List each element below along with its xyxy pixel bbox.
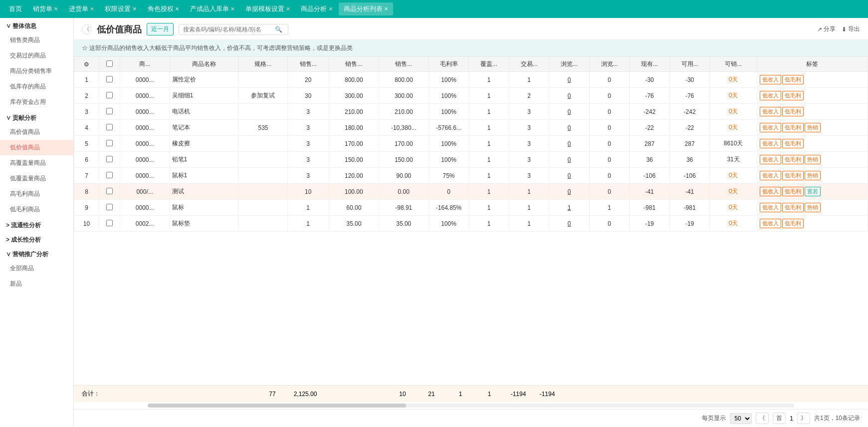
th-view-count: 浏览... — [589, 57, 630, 72]
table-footer: 合计： 77 2,125.00 10 21 1 1 -1194 -1 — [74, 385, 868, 402]
row-checkbox[interactable] — [106, 204, 113, 210]
row-check[interactable] — [99, 200, 120, 216]
nav-analysis-list[interactable]: 商品分析列表 × — [339, 2, 393, 15]
page-size-select[interactable]: 50 — [730, 413, 752, 424]
sidebar-item-stock-capital[interactable]: 库存资金占用 — [0, 94, 73, 110]
sidebar-item-all-goods[interactable]: 全部商品 — [0, 261, 73, 276]
nav-analysis[interactable]: 商品分析 × — [296, 2, 337, 15]
row-check[interactable] — [99, 72, 120, 88]
row-view1[interactable]: 0 — [549, 216, 590, 232]
tag-label: 热销 — [805, 171, 821, 180]
nav-templates[interactable]: 单据模板设置 × — [240, 2, 295, 15]
nav-permissions[interactable]: 权限设置 × — [100, 2, 141, 15]
app-root: 首页 销货单 × 进货单 × 权限设置 × 角色授权 × 产成品入库单 × 单据… — [0, 0, 868, 427]
row-view1[interactable]: 0 — [549, 152, 590, 168]
select-all-checkbox[interactable] — [106, 60, 113, 67]
scrollbar-thumb[interactable] — [148, 404, 406, 408]
info-banner: ☆ 这部分商品的销售收入大幅低于商品平均销售收入，价值不高，可考虑调整营销策略，… — [74, 40, 868, 56]
sidebar-group-growth[interactable]: > 成长性分析 — [0, 232, 73, 246]
row-checkbox[interactable] — [106, 92, 113, 98]
nav-home[interactable]: 首页 — [4, 2, 27, 15]
row-view1[interactable]: 1 — [549, 200, 590, 216]
row-check[interactable] — [99, 120, 120, 136]
first-page-btn[interactable]: 《 — [756, 413, 769, 424]
row-tags: 低收入低毛利 — [757, 104, 868, 120]
sidebar-item-category-rate[interactable]: 商品分类销售率 — [0, 63, 73, 79]
nav-purchase[interactable]: 进货单 × — [64, 2, 99, 15]
row-view1[interactable]: 0 — [549, 104, 590, 120]
row-code: 0000... — [120, 136, 170, 152]
horizontal-scrollbar[interactable] — [148, 404, 794, 408]
tag-label: 低毛利 — [782, 75, 804, 84]
nav-sales[interactable]: 销货单 × — [28, 2, 63, 15]
row-num: 6 — [74, 152, 99, 168]
th-settings[interactable]: ⚙ — [74, 57, 99, 72]
row-spec — [239, 104, 287, 120]
sidebar-item-low-gross[interactable]: 低毛利商品 — [0, 202, 73, 217]
row-spec — [239, 216, 287, 232]
row-view1[interactable]: 0 — [549, 88, 590, 104]
row-checkbox[interactable] — [106, 124, 113, 130]
sidebar-item-low-value[interactable]: 低价值商品 — [0, 140, 73, 155]
row-check[interactable] — [99, 216, 120, 232]
row-view1[interactable]: 0 — [549, 184, 590, 200]
sidebar-group-contribution: ∨ 贡献分析 — [0, 110, 73, 124]
search-input[interactable] — [183, 26, 273, 33]
row-view2: 0 — [589, 216, 630, 232]
row-check[interactable] — [99, 168, 120, 184]
row-view1[interactable]: 0 — [549, 168, 590, 184]
row-gross-rate: 75% — [429, 168, 469, 184]
recent-month-btn[interactable]: 近一月 — [147, 23, 174, 35]
sidebar-item-sales-goods[interactable]: 销售类商品 — [0, 32, 73, 48]
sidebar-collapse-btn[interactable]: 《 — [82, 24, 92, 34]
sidebar-item-low-coverage[interactable]: 低覆盖量商品 — [0, 171, 73, 186]
row-checkbox[interactable] — [106, 140, 113, 146]
sidebar-item-high-coverage[interactable]: 高覆盖量商品 — [0, 155, 73, 171]
row-code: 0002... — [120, 216, 170, 232]
sidebar-item-low-stock[interactable]: 低库存的商品 — [0, 79, 73, 94]
sidebar-item-traded[interactable]: 交易过的商品 — [0, 48, 73, 63]
next-page-btn[interactable]: 》 — [797, 413, 810, 424]
row-checkbox[interactable] — [106, 220, 113, 226]
prev-page-btn[interactable]: 首 — [773, 413, 786, 424]
row-sale-profit: 170.00 — [379, 136, 429, 152]
tag-label: 低收入 — [760, 187, 781, 196]
nav-products[interactable]: 产成品入库单 × — [185, 2, 239, 15]
row-check[interactable] — [99, 104, 120, 120]
row-view1[interactable]: 0 — [549, 72, 590, 88]
row-checkbox[interactable] — [106, 172, 113, 178]
row-checkbox[interactable] — [106, 156, 113, 162]
sidebar-group-flow[interactable]: > 流通性分析 — [0, 217, 73, 232]
export-btn[interactable]: ⬇ 导出 — [842, 25, 860, 33]
nav-roles[interactable]: 角色授权 × — [143, 2, 184, 15]
row-spec — [239, 72, 287, 88]
tag-label: 低毛利 — [782, 107, 804, 116]
row-gross-rate: -5766.6... — [429, 120, 469, 136]
row-checkbox[interactable] — [106, 188, 113, 194]
row-checkbox[interactable] — [106, 76, 113, 82]
row-name: 吴细细1 — [170, 88, 239, 104]
sidebar-item-high-value[interactable]: 高价值商品 — [0, 124, 73, 140]
share-btn[interactable]: ↗ 分享 — [817, 25, 836, 33]
tag-label: 低毛利 — [782, 91, 804, 100]
table-row: 2 0000... 吴细细1 参加复试 30 300.00 300.00 100… — [74, 88, 868, 104]
th-check[interactable] — [99, 57, 120, 72]
row-sale-amt: 170.00 — [329, 136, 379, 152]
row-stock1: -19 — [630, 216, 670, 232]
table-row: 7 0000... 鼠标1 3 120.00 90.00 75% 1 3 0 0… — [74, 168, 868, 184]
row-checkbox[interactable] — [106, 108, 113, 114]
row-name: 鼠标 — [170, 200, 239, 216]
row-sale-amt: 210.00 — [329, 104, 379, 120]
row-check[interactable] — [99, 88, 120, 104]
row-days: 0天 — [710, 200, 757, 216]
row-sale-profit: -10,380... — [379, 120, 429, 136]
row-check[interactable] — [99, 136, 120, 152]
row-view1[interactable]: 0 — [549, 120, 590, 136]
row-num: 5 — [74, 136, 99, 152]
row-view1[interactable]: 0 — [549, 136, 590, 152]
row-check[interactable] — [99, 184, 120, 200]
scrollbar-container[interactable] — [74, 402, 868, 409]
sidebar-item-new-goods[interactable]: 新品 — [0, 276, 73, 292]
row-check[interactable] — [99, 152, 120, 168]
sidebar-item-high-gross[interactable]: 高毛利商品 — [0, 186, 73, 202]
